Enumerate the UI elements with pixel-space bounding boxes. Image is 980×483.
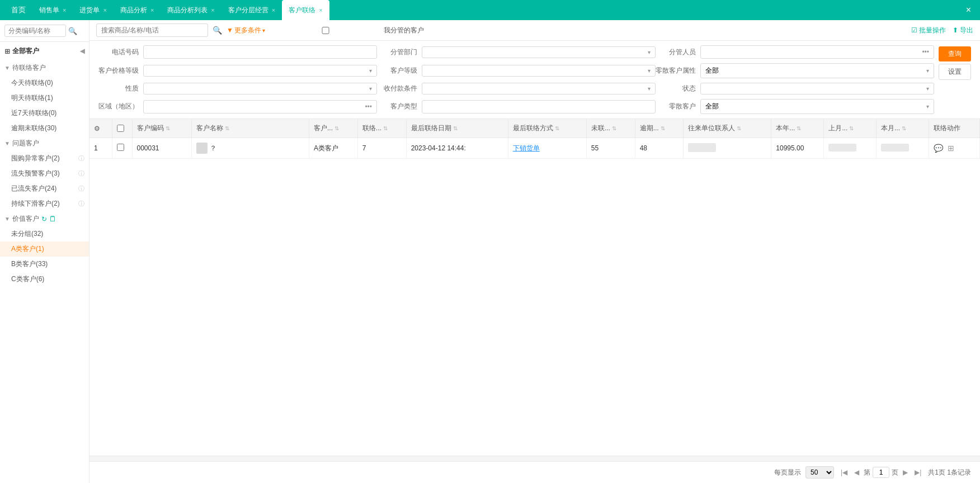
sort-contact-icon[interactable]: ⇅ [383, 125, 388, 131]
batch-operation-btn[interactable]: ☑ 批量操作 [911, 26, 946, 35]
retail-attr-select[interactable]: 全部 ▾ [700, 63, 934, 78]
per-page-select[interactable]: 50 100 [805, 466, 834, 479]
last-method-link[interactable]: 下销货单 [513, 144, 540, 152]
sidebar-item-hoarding[interactable]: 囤购异常客户(2) ⓘ [0, 151, 89, 166]
cell-code: 000031 [132, 138, 191, 159]
retail-select[interactable]: 全部 ▾ [700, 99, 934, 114]
retail-attr-chevron-icon: ▾ [926, 68, 929, 74]
row-checkbox[interactable] [117, 144, 124, 151]
tomorrow-label: 明天待联络(1) [11, 93, 53, 103]
sidebar-group-pending[interactable]: ▼ 待联络客户 [0, 60, 89, 75]
price-level-select[interactable]: ▾ [143, 65, 377, 77]
advanced-filter: 电话号码 分管部门 ▾ 分管人员 [89, 41, 980, 119]
sidebar-item-c-class[interactable]: C类客户(6) [0, 272, 89, 287]
region-input[interactable]: ••• [143, 100, 377, 113]
select-all-checkbox[interactable] [117, 125, 124, 132]
sidebar-item-unclassified[interactable]: 未分组(32) [0, 226, 89, 242]
sort-name-icon[interactable]: ⇅ [225, 125, 229, 131]
settings-btn[interactable]: 设置 [939, 64, 971, 80]
dept-select[interactable]: ▾ [422, 46, 656, 58]
nature-select[interactable]: ▾ [143, 83, 377, 94]
nav-customer-contact[interactable]: 客户联络 × [282, 0, 329, 20]
total-records-label: 共1页 1条记录 [928, 468, 971, 477]
my-customers-label: 我分管的客户 [384, 26, 424, 35]
customer-level-select[interactable]: ▾ [422, 65, 656, 77]
search-btn[interactable]: 查询 [939, 46, 971, 61]
search-button-icon[interactable]: 🔍 [213, 26, 222, 35]
payment-chevron-icon: ▾ [648, 86, 651, 92]
filter-status: 状态 ▾ [656, 83, 934, 94]
th-name-label: 客户名称 [196, 124, 223, 133]
customer-type-input[interactable] [422, 100, 656, 113]
sort-this-year-icon[interactable]: ⇅ [797, 125, 801, 131]
chat-action-icon[interactable]: 💬 [934, 144, 943, 153]
retail-value: 全部 [705, 102, 719, 111]
window-close-icon[interactable]: × [962, 5, 976, 15]
sidebar-item-tomorrow[interactable]: 明天待联络(1) [0, 91, 89, 106]
sidebar-collapse-icon[interactable]: ◀ [80, 48, 84, 55]
cell-last-method[interactable]: 下销货单 [508, 138, 586, 159]
payment-select[interactable]: ▾ [422, 83, 656, 94]
sidebar-item-today[interactable]: 今天待联络(0) [0, 75, 89, 91]
qr-action-icon[interactable]: ⊞ [948, 144, 954, 153]
sidebar-item-overdue[interactable]: 逾期未联络(30) [0, 121, 89, 136]
person-input[interactable]: ••• [700, 45, 934, 59]
last-page-btn[interactable]: ▶| [912, 467, 924, 477]
cell-this-month [877, 138, 929, 159]
chevron-down-icon: ▾ [262, 27, 265, 34]
sort-level-icon[interactable]: ⇅ [334, 125, 339, 131]
refresh-icon[interactable]: ↻ [41, 215, 47, 223]
filter-payment: 收付款条件 ▾ [377, 83, 656, 94]
my-customers-checkbox-label[interactable]: 我分管的客户 [270, 26, 424, 35]
nav-customer-tier-close[interactable]: × [272, 7, 275, 13]
nav-product-list-close[interactable]: × [211, 7, 214, 13]
nav-sales[interactable]: 销售单 × [32, 0, 73, 20]
sort-overdue-icon[interactable]: ⇅ [661, 125, 665, 131]
edit-group-icon[interactable]: 🗒 [49, 215, 56, 223]
export-btn[interactable]: ⬆ 导出 [953, 26, 973, 35]
nav-product-analysis-close[interactable]: × [150, 7, 154, 13]
sidebar-search-input[interactable] [4, 25, 66, 37]
sidebar-search-icon[interactable]: 🔍 [68, 27, 77, 35]
nav-customer-tier[interactable]: 客户分层经营 × [222, 0, 282, 20]
sidebar-item-churned[interactable]: 已流失客户(24) ⓘ [0, 181, 89, 196]
phone-input[interactable] [143, 45, 377, 59]
nav-customer-contact-close[interactable]: × [319, 7, 322, 13]
status-select[interactable]: ▾ [700, 83, 934, 94]
next-page-btn[interactable]: ▶ [901, 467, 910, 477]
my-customers-checkbox[interactable] [270, 27, 381, 34]
nav-purchase-close[interactable]: × [103, 7, 106, 13]
cell-checkbox[interactable] [112, 138, 132, 159]
sort-last-month-icon[interactable]: ⇅ [849, 125, 854, 131]
sort-code-icon[interactable]: ⇅ [166, 125, 170, 131]
cell-contact: 7 [357, 138, 406, 159]
sidebar-item-7days[interactable]: 近7天待联络(0) [0, 106, 89, 121]
batch-label: 批量操作 [919, 26, 946, 35]
sidebar-group-problem[interactable]: ▼ 问题客户 [0, 136, 89, 151]
th-gear[interactable]: ⚙ [89, 119, 112, 138]
sidebar-group-value[interactable]: ▼ 价值客户 ↻ 🗒 [0, 211, 89, 226]
sidebar-item-declining[interactable]: 持续下滑客户(2) ⓘ [0, 196, 89, 211]
nav-home[interactable]: 首页 [4, 0, 32, 20]
horizontal-scrollbar[interactable] [89, 456, 980, 461]
sidebar-item-a-class[interactable]: A类客户(1) [0, 242, 89, 257]
nav-product-list[interactable]: 商品分析列表 × [161, 0, 221, 20]
prev-page-btn[interactable]: ◀ [852, 467, 861, 477]
filter-row-2: 客户价格等级 ▾ 客户等级 ▾ [98, 63, 934, 78]
info-icon-3: ⓘ [78, 184, 84, 193]
page-number-input[interactable] [873, 467, 889, 478]
sort-last-method-icon[interactable]: ⇅ [555, 125, 559, 131]
th-checkbox[interactable] [112, 119, 132, 138]
sidebar-item-b-class[interactable]: B类客户(33) [0, 257, 89, 272]
sidebar-item-churn-warning[interactable]: 流失预警客户(3) ⓘ [0, 166, 89, 181]
nav-product-analysis[interactable]: 商品分析 × [114, 0, 161, 20]
sort-this-month-icon[interactable]: ⇅ [902, 125, 906, 131]
sort-contact2-icon[interactable]: ⇅ [737, 125, 741, 131]
first-page-btn[interactable]: |◀ [838, 467, 850, 477]
sort-last-date-icon[interactable]: ⇅ [453, 125, 458, 131]
nav-purchase[interactable]: 进货单 × [73, 0, 113, 20]
sort-not-contacted-icon[interactable]: ⇅ [612, 125, 616, 131]
search-input[interactable] [96, 23, 208, 37]
nav-sales-close[interactable]: × [63, 7, 66, 13]
more-filters-btn[interactable]: ▼ 更多条件 ▾ [227, 26, 265, 35]
